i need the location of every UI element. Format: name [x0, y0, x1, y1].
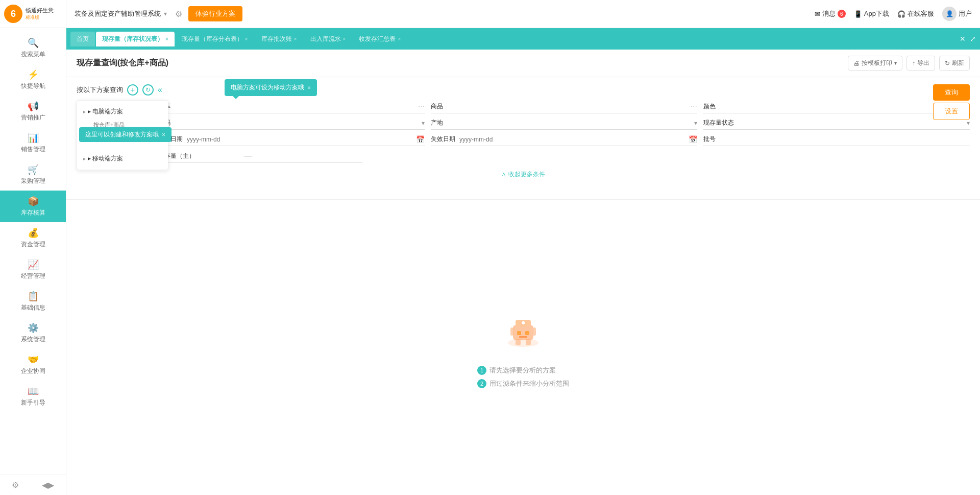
- tab-close-all-icon[interactable]: ✕: [960, 35, 966, 43]
- filter-row-2: 尺码 ▾ 产地 ▾ 现存量状态 ▾: [158, 119, 970, 130]
- tab-batch-label: 库存批次账: [261, 35, 292, 43]
- svg-rect-2: [517, 331, 521, 335]
- stock-qty-from[interactable]: [198, 152, 239, 159]
- topbar-gear-icon[interactable]: ⚙: [175, 9, 182, 19]
- origin-input[interactable]: [459, 120, 691, 127]
- sidebar-bottom: ⚙ ◀▶: [0, 475, 66, 495]
- warehouse-dots-icon[interactable]: ···: [418, 102, 425, 111]
- origin-chevron-icon[interactable]: ▾: [694, 120, 697, 127]
- print-label: 按模板打印: [862, 59, 892, 67]
- exp-date-input[interactable]: [459, 136, 685, 143]
- tab-controls: ✕ ⤢: [960, 35, 976, 43]
- sidebar-item-marketing[interactable]: 📢 营销推广: [0, 96, 66, 127]
- messages-btn[interactable]: ✉ 消息 6: [815, 9, 846, 18]
- sidebar-item-inventory[interactable]: 📦 库存核算: [0, 191, 66, 222]
- print-btn[interactable]: 🖨 按模板打印 ▾: [848, 56, 902, 70]
- sidebar-item-operations[interactable]: 📈 经营管理: [0, 254, 66, 286]
- stock-status-chevron-icon[interactable]: ▾: [967, 120, 970, 127]
- search-icon: 🔍: [28, 37, 39, 49]
- tab-inventory-status[interactable]: 现存量（库存状况表） ×: [96, 32, 175, 46]
- sidebar-item-sales[interactable]: 📊 销售管理: [0, 127, 66, 159]
- user-btn[interactable]: 👤 用户: [942, 7, 972, 21]
- collapse-label: ∧ 收起更多条件: [501, 171, 545, 178]
- system-selector[interactable]: 装备及固定资产辅助管理系统 ▾: [75, 9, 167, 18]
- tab-close-inventory-dist[interactable]: ×: [245, 36, 248, 42]
- filter-field-warehouse: 仓库 ···: [158, 102, 425, 113]
- online-service-btn[interactable]: 🎧 在线客服: [897, 9, 934, 18]
- filter-arrow-button[interactable]: «: [158, 85, 162, 95]
- filter-field-mfg-date: 生产日期 📅: [158, 135, 425, 146]
- svg-rect-9: [516, 339, 521, 345]
- sidebar-item-search[interactable]: 🔍 搜索菜单: [0, 32, 66, 64]
- tab-home[interactable]: 首页: [70, 32, 95, 46]
- stock-status-input[interactable]: [737, 120, 964, 127]
- reset-button[interactable]: 设置: [933, 103, 970, 120]
- empty-illustration: [498, 304, 549, 356]
- color-input[interactable]: [732, 103, 954, 110]
- filter-circle-button[interactable]: ↻: [142, 84, 154, 96]
- tab-close-inventory-status[interactable]: ×: [165, 36, 168, 42]
- page-title: 现存量查询(按仓库+商品): [77, 58, 168, 68]
- sidebar-collapse-icon[interactable]: ◀▶: [42, 480, 54, 490]
- refresh-btn[interactable]: ↻ 刷新: [939, 56, 970, 70]
- filter-area: 按以下方案查询 + ↻ « 电脑方案可设为移动方案哦 × ▸ ▸ 电脑端方案: [66, 77, 980, 200]
- filter-field-batch: 批号: [703, 135, 970, 146]
- sidebar-item-quicknav[interactable]: ⚡ 快捷导航: [0, 64, 66, 96]
- sidebar-label-marketing: 营销推广: [21, 113, 45, 122]
- export-btn[interactable]: ↑ 导出: [906, 56, 935, 70]
- tooltip1-close[interactable]: ×: [307, 84, 311, 91]
- tooltip1-text: 电脑方案可设为移动方案哦: [231, 83, 304, 92]
- query-button[interactable]: 查询: [933, 84, 970, 101]
- svg-rect-1: [513, 325, 533, 340]
- svg-point-6: [521, 321, 525, 325]
- collapse-bar[interactable]: ∧ 收起更多条件: [77, 168, 970, 181]
- tooltip-create-scheme: 这里可以创建和修改方案哦 ×: [79, 127, 172, 142]
- headset-icon: 🎧: [897, 10, 905, 18]
- industry-btn[interactable]: 体验行业方案: [188, 6, 242, 21]
- sidebar-label-collab: 企业协同: [21, 367, 45, 375]
- stock-qty-to[interactable]: [257, 152, 298, 159]
- exp-date-cal-icon[interactable]: 📅: [689, 135, 697, 144]
- mfg-date-cal-icon[interactable]: 📅: [416, 135, 425, 144]
- scheme-tree: ▸ ▸ 电脑端方案 按仓库+商品 这里可以创建和修改方案哦 ×: [77, 100, 168, 170]
- sidebar-item-purchase[interactable]: 🛒 采购管理: [0, 159, 66, 191]
- tab-summary[interactable]: 收发存汇总表 ×: [353, 32, 407, 46]
- megaphone-icon: 📢: [28, 101, 39, 112]
- filter-row-1: 仓库 ··· 商品 ··· 颜色 ··· ▾: [158, 102, 970, 113]
- tab-inventory-status-label: 现存量（库存状况表）: [102, 35, 163, 43]
- scheme-label-pc: ▸ 电脑端方案: [88, 107, 123, 116]
- filter-field-size: 尺码 ▾: [158, 119, 425, 130]
- tab-maximize-icon[interactable]: ⤢: [970, 35, 976, 43]
- size-chevron-icon[interactable]: ▾: [422, 120, 425, 127]
- filter-add-button[interactable]: +: [127, 84, 138, 96]
- sidebar-gear-icon[interactable]: ⚙: [12, 480, 19, 490]
- goods-input[interactable]: [459, 103, 688, 110]
- sidebar-item-collab[interactable]: 🤝 企业协同: [0, 349, 66, 381]
- filter-field-stock-status: 现存量状态 ▾: [703, 119, 970, 130]
- goods-dots-icon[interactable]: ···: [691, 102, 697, 111]
- mfg-date-input[interactable]: [187, 136, 413, 143]
- scheme-item-mobile[interactable]: ▸ ▸ 移动端方案: [77, 152, 168, 166]
- tab-flow[interactable]: 出入库流水 ×: [304, 32, 352, 46]
- tab-close-batch[interactable]: ×: [294, 36, 297, 42]
- sidebar-item-basics[interactable]: 📋 基础信息: [0, 286, 66, 317]
- size-input[interactable]: [187, 120, 419, 127]
- tab-batch-account[interactable]: 库存批次账 ×: [255, 32, 303, 46]
- tab-close-flow[interactable]: ×: [343, 36, 346, 42]
- user-label: 用户: [959, 9, 972, 18]
- sidebar-item-finance[interactable]: 💰 资金管理: [0, 222, 66, 254]
- warehouse-input[interactable]: [187, 103, 415, 110]
- page-header: 现存量查询(按仓库+商品) 🖨 按模板打印 ▾ ↑ 导出 ↻ 刷新: [66, 50, 980, 77]
- refresh-icon: ↻: [945, 60, 950, 67]
- batch-input[interactable]: [732, 136, 970, 143]
- app-download-btn[interactable]: 📱 App下载: [854, 9, 889, 18]
- tooltip2-close[interactable]: ×: [162, 131, 165, 138]
- scheme-item-pc[interactable]: ▸ ▸ 电脑端方案: [77, 105, 168, 119]
- filter-field-origin: 产地 ▾: [431, 119, 697, 130]
- sidebar-item-settings[interactable]: ⚙️ 系统管理: [0, 317, 66, 349]
- tab-inventory-dist[interactable]: 现存量（库存分布表） ×: [176, 32, 254, 46]
- tab-close-summary[interactable]: ×: [398, 36, 401, 42]
- sidebar: 6 畅通好生意 标准版 🔍 搜索菜单 ⚡ 快捷导航 📢 营销推广 📊 销售管理 …: [0, 0, 66, 495]
- sidebar-item-guide[interactable]: 📖 新手引导: [0, 381, 66, 412]
- online-service-label: 在线客服: [908, 9, 934, 18]
